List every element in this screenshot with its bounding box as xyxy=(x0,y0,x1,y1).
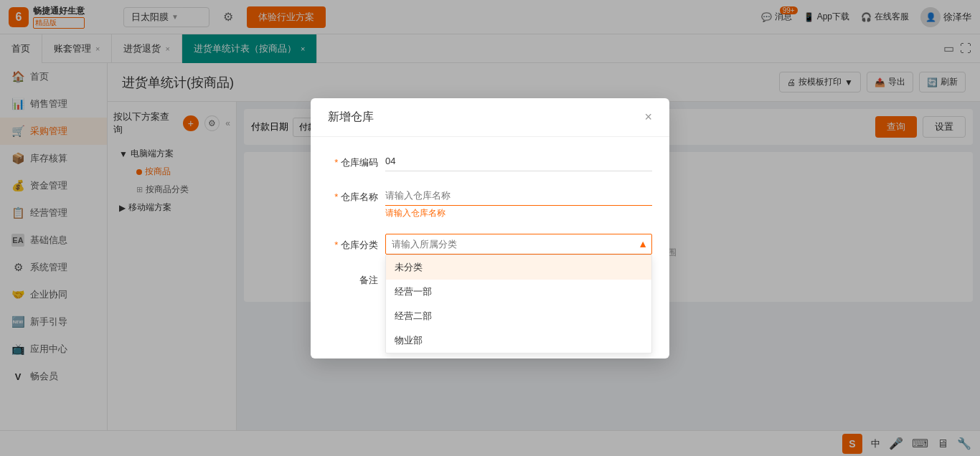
name-label: * 仓库名称 xyxy=(328,186,385,204)
required-mark-cat: * xyxy=(334,239,338,250)
modal-header: 新增仓库 × xyxy=(311,98,669,137)
form-row-name: * 仓库名称 请输入仓库名称 xyxy=(328,186,652,219)
form-row-category: * 仓库分类 ▲ 未分类 经营一部 经营二部 物业部 xyxy=(328,234,652,255)
dropdown-option-dept2[interactable]: 经营二部 xyxy=(386,304,651,328)
required-mark-name: * xyxy=(334,191,338,202)
category-input[interactable] xyxy=(385,234,652,255)
code-label: * 仓库编码 xyxy=(328,151,385,169)
category-control: ▲ 未分类 经营一部 经营二部 物业部 xyxy=(385,234,652,255)
code-control xyxy=(385,151,652,171)
note-label: 备注 xyxy=(328,269,385,287)
name-error-msg: 请输入仓库名称 xyxy=(385,207,652,219)
dropdown-option-none[interactable]: 未分类 xyxy=(386,255,651,280)
required-mark: * xyxy=(334,157,338,168)
name-input[interactable] xyxy=(385,186,652,206)
dropdown-option-property[interactable]: 物业部 xyxy=(386,328,651,353)
code-input[interactable] xyxy=(385,151,652,171)
category-label: * 仓库分类 xyxy=(328,234,385,252)
dropdown-option-dept1[interactable]: 经营一部 xyxy=(386,280,651,304)
modal-body: * 仓库编码 * 仓库名称 请输入仓库名称 xyxy=(311,137,669,314)
category-dropdown-list: 未分类 经营一部 经营二部 物业部 xyxy=(385,255,652,353)
name-control: 请输入仓库名称 xyxy=(385,186,652,219)
dropdown-arrow-icon[interactable]: ▲ xyxy=(638,238,648,250)
modal-overlay[interactable]: 新增仓库 × * 仓库编码 * 仓库名称 xyxy=(0,0,980,456)
modal-add-warehouse: 新增仓库 × * 仓库编码 * 仓库名称 xyxy=(311,98,669,358)
modal-close-button[interactable]: × xyxy=(644,110,652,125)
modal-title: 新增仓库 xyxy=(328,110,374,125)
form-row-code: * 仓库编码 xyxy=(328,151,652,171)
